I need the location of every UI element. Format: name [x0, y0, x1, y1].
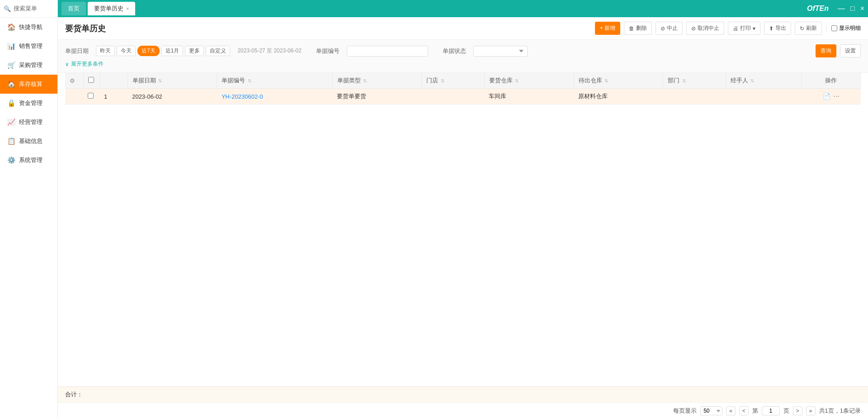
- handler-sort-icon[interactable]: ⇅: [750, 78, 754, 83]
- row-more-icon[interactable]: ⋯: [833, 93, 840, 100]
- date-btn-custom[interactable]: 自定义: [206, 46, 230, 56]
- expand-more-button[interactable]: ∨ 展开更多条件: [65, 60, 861, 68]
- sidebar-item-quick-nav[interactable]: 🏠 快捷导航: [0, 18, 57, 37]
- cancel-suspend-button[interactable]: ⊘ 取消中止: [686, 22, 724, 35]
- column-settings-icon[interactable]: ⚙: [70, 77, 75, 84]
- status-label: 单据状态: [443, 47, 466, 55]
- table-container: ⚙ 单据日期 ⇅ 单据编号 ⇅: [58, 73, 868, 386]
- sidebar-item-system[interactable]: ⚙️ 系统管理: [0, 151, 57, 170]
- sidebar-search[interactable]: 🔍 搜索菜单: [0, 0, 57, 18]
- sidebar-item-label: 库存核算: [19, 80, 42, 88]
- col-settings[interactable]: ⚙: [65, 73, 83, 89]
- date-filter-buttons: 昨天 今天 近7天 近1月 更多 自定义: [96, 46, 230, 56]
- date-btn-yesterday[interactable]: 昨天: [96, 46, 115, 56]
- store-sort-icon[interactable]: ⇅: [441, 78, 444, 83]
- delete-button[interactable]: 🗑 删除: [624, 22, 652, 35]
- summary-label: 合计：: [65, 391, 83, 398]
- select-all-checkbox[interactable]: [88, 77, 94, 83]
- new-button[interactable]: + 新增: [595, 22, 620, 35]
- sidebar-item-label: 基础信息: [19, 137, 42, 145]
- maximize-button[interactable]: □: [850, 5, 855, 13]
- col-action: 操作: [802, 73, 860, 89]
- chevron-down-icon: ∨: [65, 61, 69, 67]
- query-button[interactable]: 查询: [816, 44, 836, 57]
- col-req-warehouse[interactable]: 要货仓库 ⇅: [484, 73, 574, 89]
- tab-active[interactable]: 要货单历史 ×: [88, 2, 135, 15]
- date-range-display: 2023-05-27 至 2023-06-02: [237, 47, 301, 55]
- department-sort-icon[interactable]: ⇅: [682, 78, 686, 83]
- no-sort-icon[interactable]: ⇅: [248, 78, 251, 83]
- close-button[interactable]: ×: [860, 5, 864, 13]
- sidebar-item-label: 资金管理: [19, 99, 42, 107]
- export-button[interactable]: ⬆ 导出: [764, 22, 791, 35]
- col-no[interactable]: 单据编号 ⇅: [217, 73, 332, 89]
- col-date[interactable]: 单据日期 ⇅: [127, 73, 217, 89]
- table-row: 1 2023-06-02 YH-20230602-0 要货单要货 车间库 原材料…: [65, 89, 861, 105]
- row-pending-warehouse: 原材料仓库: [574, 89, 663, 105]
- doc-no-link[interactable]: YH-20230602-0: [222, 93, 263, 100]
- status-select[interactable]: [473, 46, 528, 57]
- sidebar-search-label: 搜索菜单: [14, 5, 37, 13]
- req-warehouse-sort-icon[interactable]: ⇅: [515, 78, 519, 83]
- sidebar-item-sales[interactable]: 📊 销售管理: [0, 37, 57, 56]
- last-page-button[interactable]: »: [806, 406, 816, 415]
- sidebar-item-operation[interactable]: 📈 经营管理: [0, 113, 57, 132]
- pending-warehouse-sort-icon[interactable]: ⇅: [604, 78, 608, 83]
- row-edit-icon[interactable]: 📄: [823, 93, 830, 100]
- doc-no-label: 单据编号: [316, 47, 340, 55]
- sidebar-item-label: 经营管理: [19, 118, 42, 126]
- per-page-select[interactable]: 10 20 50 100: [700, 406, 722, 415]
- col-handler[interactable]: 经手人 ⇅: [726, 73, 802, 89]
- next-page-button[interactable]: >: [793, 406, 802, 415]
- date-sort-icon[interactable]: ⇅: [158, 78, 162, 83]
- sidebar-item-purchase[interactable]: 🛒 采购管理: [0, 56, 57, 75]
- first-page-button[interactable]: «: [726, 406, 736, 415]
- refresh-icon: ↻: [800, 25, 804, 32]
- refresh-button[interactable]: ↻ 刷新: [795, 22, 822, 35]
- row-checkbox[interactable]: [83, 89, 99, 105]
- sidebar-item-base-info[interactable]: 📋 基础信息: [0, 132, 57, 151]
- doc-no-input[interactable]: [347, 46, 428, 57]
- sidebar-item-finance[interactable]: 🔒 资金管理: [0, 94, 57, 113]
- col-pending-warehouse[interactable]: 待出仓库 ⇅: [574, 73, 663, 89]
- page-number-input[interactable]: [762, 406, 780, 415]
- row-no: YH-20230602-0: [217, 89, 332, 105]
- toolbar-divider: [826, 24, 827, 33]
- tab-home[interactable]: 首页: [61, 2, 86, 15]
- col-department[interactable]: 部门 ⇅: [663, 73, 726, 89]
- page-header: 要货单历史 + 新增 🗑 删除 ⊘ 中止 ⊘ 取消中止 🖨 打印 ▾ ⬆ 导出: [58, 17, 868, 40]
- page-suffix: 页: [783, 407, 789, 415]
- base-info-icon: 📋: [7, 137, 15, 145]
- per-page-label: 每页显示: [673, 407, 697, 415]
- show-detail-toggle[interactable]: 显示明细: [831, 24, 861, 32]
- tab-close-icon[interactable]: ×: [126, 6, 129, 11]
- data-table: ⚙ 单据日期 ⇅ 单据编号 ⇅: [65, 73, 861, 105]
- minimize-button[interactable]: —: [838, 5, 845, 13]
- finance-icon: 🔒: [7, 99, 15, 107]
- date-btn-1month[interactable]: 近1月: [161, 46, 184, 56]
- sidebar-item-label: 采购管理: [19, 61, 42, 69]
- inventory-icon: 🏠: [7, 80, 15, 88]
- col-type[interactable]: 单据类型 ⇅: [332, 73, 422, 89]
- row-index: 1: [99, 89, 127, 105]
- settings-button[interactable]: 设置: [840, 44, 861, 57]
- filter-area: 单据日期 昨天 今天 近7天 近1月 更多 自定义 2023-05-27 至 2…: [58, 40, 868, 73]
- type-sort-icon[interactable]: ⇅: [363, 78, 367, 83]
- date-btn-7days[interactable]: 近7天: [137, 46, 160, 56]
- date-btn-more[interactable]: 更多: [185, 46, 204, 56]
- home-icon: 🏠: [7, 23, 15, 31]
- total-records: 共1页，1条记录: [819, 407, 861, 415]
- row-select-checkbox[interactable]: [88, 93, 94, 99]
- date-filter-label: 单据日期: [65, 47, 89, 55]
- sidebar-item-inventory[interactable]: 🏠 库存核算: [0, 75, 57, 94]
- page-title: 要货单历史: [65, 23, 591, 34]
- show-detail-checkbox[interactable]: [831, 25, 837, 31]
- sidebar-item-label: 快捷导航: [19, 23, 42, 31]
- suspend-button[interactable]: ⊘ 中止: [656, 22, 683, 35]
- brand-logo: OfTEn: [807, 5, 829, 13]
- export-icon: ⬆: [769, 25, 774, 32]
- date-btn-today[interactable]: 今天: [117, 46, 136, 56]
- col-store[interactable]: 门店 ⇅: [422, 73, 484, 89]
- prev-page-button[interactable]: <: [739, 406, 749, 415]
- print-button[interactable]: 🖨 打印 ▾: [728, 22, 760, 35]
